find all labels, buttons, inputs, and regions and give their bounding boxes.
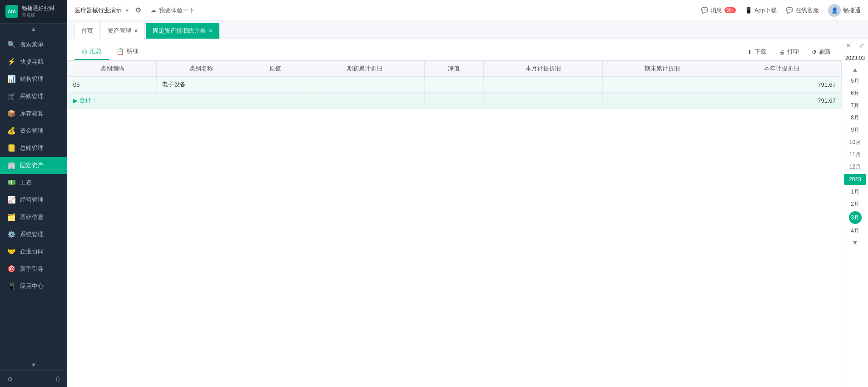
right-panel: ✕ ⤢ 2023.03 ▲ 5月 6月 7月 8月 9月 10月 11月 12月… [842,39,868,387]
panel-month-3-active[interactable]: 3月 [849,211,862,224]
company-selector[interactable]: 医疗器械行业演示 ▼ [74,6,129,15]
panel-month-10[interactable]: 10月 [842,136,868,149]
sidebar-header-info: 畅捷通好业财 普及版 [22,5,55,19]
print-icon: 🖨 [779,49,785,55]
sidebar-item-label: 总账管理 [20,144,44,152]
sidebar-item-operations[interactable]: 📈 经营管理 [0,191,67,208]
panel-month-2[interactable]: 2月 [842,198,868,210]
purchase-icon: 🛒 [7,92,15,100]
sidebar-scroll-up[interactable]: ▲ [0,24,67,34]
panel-month-11[interactable]: 11月 [842,149,868,161]
panel-header: ✕ ⤢ [842,39,868,52]
sidebar-footer: ⚙ ⟨⟩ [0,370,67,387]
sidebar-item-label: 基础信息 [20,213,44,221]
cell-monthly-dep [483,77,603,93]
cell-opening-accum [305,77,424,93]
panel-month-7[interactable]: 7月 [842,99,868,112]
experience-button[interactable]: ☁ 我要体验一下 [150,6,194,15]
panel-scroll-down-btn[interactable]: ▼ [850,237,860,248]
col-net: 净值 [424,61,483,77]
total-opening-accum [305,93,424,109]
panel-year-2023[interactable]: 2023 [844,174,866,185]
sub-tab-detail[interactable]: 📋 明细 [109,44,146,60]
total-original [246,93,305,109]
sidebar-item-payroll[interactable]: 💵 工资 [0,174,67,191]
guide-icon: 🎯 [7,265,15,273]
panel-expand-icon[interactable]: ⤢ [859,42,864,49]
sidebar-item-system[interactable]: ⚙️ 系统管理 [0,226,67,243]
payroll-icon: 💵 [7,179,15,187]
sidebar-item-guide[interactable]: 🎯 新手引导 [0,260,67,278]
panel-month-6[interactable]: 6月 [842,87,868,99]
total-monthly-dep [483,93,603,109]
refresh-icon: ↺ [812,49,817,55]
sidebar-item-base[interactable]: 🗂️ 基础信息 [0,208,67,226]
topbar: 医疗器械行业演示 ▼ ⚙ ☁ 我要体验一下 💬 消息 99+ 📱 App下载 💬… [67,0,868,21]
panel-close-icon[interactable]: ✕ [846,42,851,49]
panel-month-5[interactable]: 5月 [842,75,868,87]
tab-depreciation-close-icon[interactable]: ✕ [208,28,213,34]
tab-depreciation[interactable]: 固定资产折旧统计表 ✕ [146,23,219,39]
system-icon: ⚙️ [7,230,15,238]
tab-home[interactable]: 首页 [74,23,100,39]
panel-month-4[interactable]: 4月 [842,225,868,237]
panel-month-1[interactable]: 1月 [842,186,868,198]
tab-assets-close-icon[interactable]: ✕ [134,28,138,34]
col-annual-dep: 本年计提折旧 [722,61,842,77]
print-button[interactable]: 🖨 打印 [775,46,803,58]
ledger-icon: 📒 [7,144,15,152]
download-button[interactable]: 📱 App下载 [745,6,777,15]
content-area: ◎ 汇总 📋 明细 ⬇ 下载 🖨 打印 [67,39,868,387]
total-label: ▶ 合计： [68,93,246,109]
collab-icon: 🤝 [7,248,15,256]
experience-icon: ☁ [150,7,156,14]
support-button[interactable]: 💬 在线客服 [786,6,819,15]
content-main: ◎ 汇总 📋 明细 ⬇ 下载 🖨 打印 [67,39,842,387]
sidebar-nav: 🔍 搜索菜单 ⚡ 快捷导航 📊 销售管理 🛒 采购管理 📦 库存核算 💰 资金管… [0,34,67,360]
total-closing-accum [603,93,722,109]
detail-icon: 📋 [116,48,124,55]
app-name: 畅捷通好业财 [22,5,55,12]
sidebar-item-assets[interactable]: 🏢 固定资产 [0,157,67,174]
cell-original [246,77,305,93]
sidebar-item-search[interactable]: 🔍 搜索菜单 [0,36,67,53]
panel-current-period: 2023.03 [842,52,868,64]
panel-month-12[interactable]: 12月 [842,161,868,173]
notifications-button[interactable]: 💬 消息 99+ [701,6,736,15]
sidebar-item-finance[interactable]: 💰 资金管理 [0,122,67,139]
sidebar-item-collab[interactable]: 🤝 企业协同 [0,243,67,260]
table-total-row: ▶ 合计： 791.67 [68,93,842,109]
panel-scroll-up-btn[interactable]: ▲ [850,64,860,75]
sub-tab-detail-label: 明细 [127,47,139,55]
collapse-icon[interactable]: ⟨⟩ [55,375,60,382]
sidebar: AtA 畅捷通好业财 普及版 ▲ 🔍 搜索菜单 ⚡ 快捷导航 📊 销售管理 🛒 … [0,0,67,387]
sidebar-item-ledger[interactable]: 📒 总账管理 [0,139,67,157]
total-expand-icon[interactable]: ▶ [73,97,78,104]
download-button[interactable]: ⬇ 下载 [744,46,770,58]
sub-tab-summary[interactable]: ◎ 汇总 [74,44,109,60]
panel-month-9[interactable]: 9月 [842,124,868,136]
sidebar-item-apps[interactable]: 📱 应用中心 [0,278,67,295]
sales-icon: 📊 [7,75,15,83]
refresh-button[interactable]: ↺ 刷新 [808,46,834,58]
logo-icon: AtA [5,5,18,18]
col-name: 类别名称 [157,61,246,77]
user-menu[interactable]: 👤 畅捷通 [828,4,861,17]
sidebar-item-inventory[interactable]: 📦 库存核算 [0,105,67,122]
support-label: 在线客服 [795,6,819,15]
tab-assets-mgmt[interactable]: 资产管理 ✕ [101,23,145,39]
notifications-badge: 99+ [724,7,736,13]
sidebar-item-sales[interactable]: 📊 销售管理 [0,70,67,88]
sidebar-scroll-down[interactable]: ▼ [0,360,67,370]
cell-net [424,77,483,93]
sidebar-item-purchase[interactable]: 🛒 采购管理 [0,88,67,105]
settings-button[interactable]: ⚙ [135,6,141,15]
sidebar-item-quicknav[interactable]: ⚡ 快捷导航 [0,53,67,70]
assets-icon: 🏢 [7,161,15,169]
panel-month-8[interactable]: 8月 [842,112,868,124]
sidebar-item-label: 快捷导航 [20,58,44,66]
sub-tabs: ◎ 汇总 📋 明细 ⬇ 下载 🖨 打印 [67,39,842,60]
tab-depreciation-label: 固定资产折旧统计表 [153,27,206,35]
sidebar-item-label: 资金管理 [20,127,44,135]
settings-icon[interactable]: ⚙ [7,375,13,382]
